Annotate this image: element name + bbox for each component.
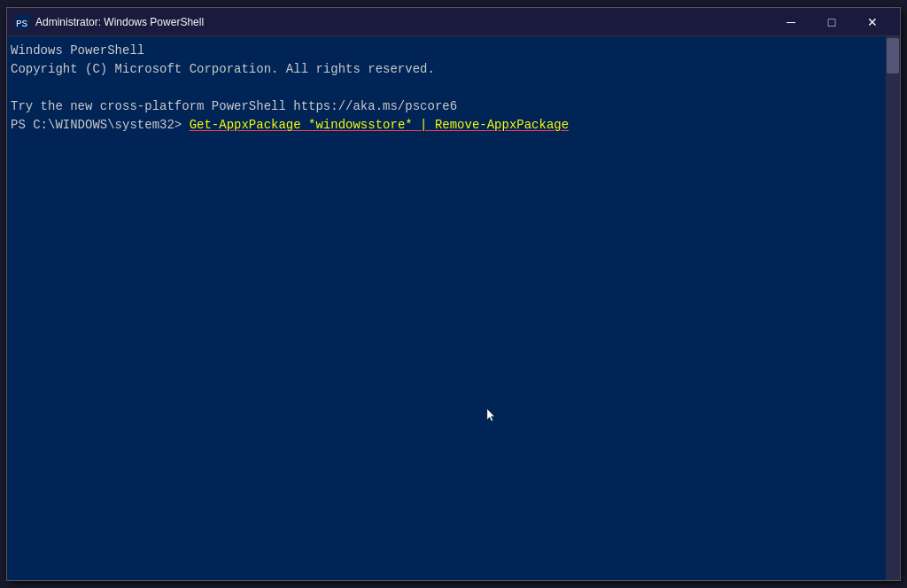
- maximize-icon: □: [828, 15, 835, 29]
- maximize-button[interactable]: □: [811, 8, 852, 36]
- minimize-icon: ─: [787, 15, 795, 29]
- output-line-3: [11, 79, 882, 97]
- svg-text:PS: PS: [16, 19, 28, 29]
- minimize-button[interactable]: ─: [771, 8, 811, 36]
- terminal-area[interactable]: Windows PowerShell Copyright (C) Microso…: [7, 36, 886, 580]
- command-text: Get-AppxPackage *windowsstore* | Remove-…: [190, 116, 569, 135]
- title-bar: PS Administrator: Windows PowerShell ─ □…: [7, 8, 900, 36]
- prompt-text: PS C:\WINDOWS\system32>: [11, 116, 190, 135]
- scrollbar[interactable]: [886, 36, 900, 580]
- scrollbar-thumb[interactable]: [887, 38, 899, 74]
- window-controls: ─ □ ✕: [771, 8, 893, 36]
- command-line: PS C:\WINDOWS\system32> Get-AppxPackage …: [11, 116, 882, 135]
- window-title: Administrator: Windows PowerShell: [35, 16, 771, 28]
- close-button[interactable]: ✕: [852, 8, 893, 36]
- output-line-2: Copyright (C) Microsoft Corporation. All…: [11, 60, 882, 79]
- mouse-cursor: [485, 408, 496, 422]
- main-content: Windows PowerShell Copyright (C) Microso…: [7, 36, 900, 580]
- close-icon: ✕: [867, 15, 878, 29]
- output-line-4: Try the new cross-platform PowerShell ht…: [11, 97, 882, 116]
- powershell-icon: PS: [14, 14, 30, 30]
- output-line-1: Windows PowerShell: [11, 42, 882, 60]
- powershell-window: PS Administrator: Windows PowerShell ─ □…: [6, 7, 901, 581]
